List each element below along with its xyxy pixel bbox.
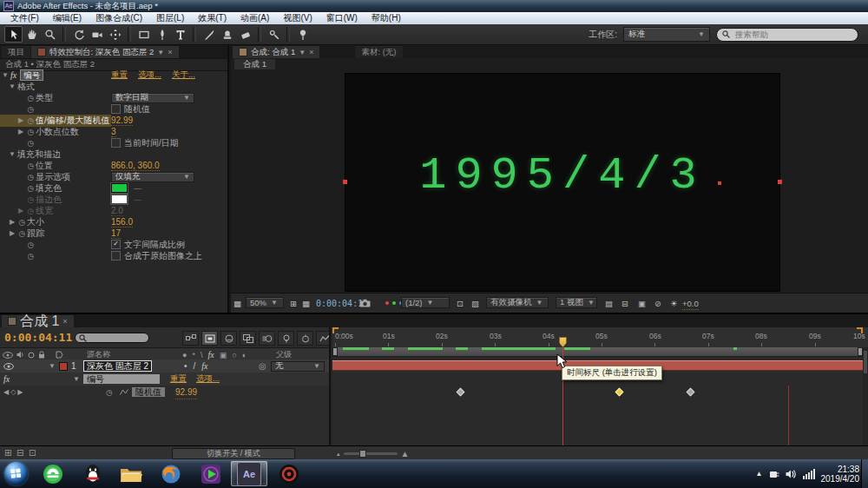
next-keyframe-icon[interactable]: ▶ bbox=[17, 388, 23, 396]
help-search-box[interactable] bbox=[716, 28, 858, 42]
close-icon[interactable]: × bbox=[309, 48, 313, 56]
tab-effect-controls[interactable]: 特效控制台: 深灰色 固态层 2 ▼ × bbox=[31, 46, 179, 58]
proportional-checkbox[interactable]: ✓ bbox=[111, 240, 121, 249]
zoom-in-icon[interactable]: ▲ bbox=[401, 449, 410, 458]
zoom-out-icon[interactable]: ▴ bbox=[337, 451, 340, 458]
stopwatch-icon[interactable]: ◷ bbox=[26, 173, 36, 181]
expand-icon[interactable]: ▶ bbox=[16, 116, 26, 124]
stopwatch-icon[interactable]: ◷ bbox=[26, 241, 36, 249]
motion-blur-icon[interactable] bbox=[259, 331, 275, 346]
taskbar-qq[interactable] bbox=[75, 461, 111, 486]
row-value-offset[interactable]: ▶◷值/偏移/最大随机值 92.99 bbox=[0, 115, 227, 126]
expand-inout-panes-icon[interactable]: ⊡ bbox=[29, 446, 36, 459]
stopwatch-icon[interactable]: ◷ bbox=[26, 94, 36, 102]
type-dropdown[interactable]: 数字日期▼ bbox=[111, 93, 194, 103]
zoom-tool[interactable] bbox=[41, 26, 59, 43]
zoom-slider-track[interactable] bbox=[344, 452, 398, 455]
value-offset-value[interactable]: 92.99 bbox=[111, 115, 133, 126]
options-link[interactable]: 选项... bbox=[138, 69, 161, 81]
frame-blend-icon[interactable] bbox=[240, 331, 256, 346]
type-tool[interactable] bbox=[171, 26, 189, 43]
menu-layer[interactable]: 图层(L) bbox=[149, 12, 191, 24]
brainstorm-icon[interactable] bbox=[278, 331, 294, 346]
stopwatch-icon[interactable]: ◷ bbox=[106, 386, 115, 399]
rotation-tool[interactable] bbox=[69, 26, 88, 43]
menu-help[interactable]: 帮助(H) bbox=[365, 12, 408, 24]
current-time-checkbox[interactable] bbox=[111, 138, 121, 148]
menu-file[interactable]: 文件(F) bbox=[3, 12, 46, 24]
pan-behind-tool[interactable] bbox=[106, 26, 124, 43]
size-value[interactable]: 156.0 bbox=[111, 217, 133, 228]
taskbar-firefox[interactable] bbox=[153, 461, 189, 486]
work-area-bar[interactable] bbox=[332, 347, 863, 357]
tracking-value[interactable]: 17 bbox=[111, 228, 121, 239]
shy-layers-icon[interactable] bbox=[220, 331, 237, 346]
stopwatch-icon[interactable]: ◷ bbox=[26, 139, 36, 148]
start-button[interactable] bbox=[4, 462, 28, 485]
timeline-vscrollbar[interactable] bbox=[863, 347, 868, 446]
work-area-start-marker[interactable] bbox=[332, 327, 339, 333]
prev-keyframe-icon[interactable]: ◀ bbox=[3, 388, 9, 396]
transparency-grid-icon[interactable]: ▨ bbox=[471, 297, 479, 309]
timeline-search-box[interactable] bbox=[75, 333, 149, 343]
safe-frames-icon[interactable]: ⊞ bbox=[290, 297, 297, 309]
stopwatch-icon[interactable]: ◷ bbox=[26, 184, 36, 193]
workspace-dropdown[interactable]: 标准 ▼ bbox=[623, 27, 710, 42]
chevron-down-icon[interactable]: ▼ bbox=[299, 49, 306, 56]
camera-tool[interactable] bbox=[88, 26, 106, 43]
taskbar-after-effects[interactable]: Ae bbox=[231, 461, 267, 486]
grid-guides-icon[interactable]: ▦ bbox=[302, 297, 310, 309]
menu-effect[interactable]: 效果(T) bbox=[191, 12, 233, 24]
pen-tool[interactable] bbox=[153, 26, 171, 43]
layer-name-edit[interactable]: 深灰色 固态层 2 bbox=[83, 359, 152, 373]
about-link[interactable]: 关于... bbox=[172, 69, 195, 81]
current-time-display[interactable]: 0:00:04:11 bbox=[4, 331, 72, 344]
pickwhip-icon[interactable]: ◎ bbox=[259, 359, 266, 373]
taskbar-potplayer[interactable] bbox=[193, 461, 229, 486]
tab-composition[interactable]: 合成: 合成 1 ▼ × bbox=[233, 46, 319, 58]
stopwatch-icon[interactable]: ◷ bbox=[17, 218, 27, 227]
timeline-tab-comp1[interactable]: 合成 1 × bbox=[2, 315, 74, 327]
window-titlebar[interactable]: Ae Adobe After Effects - 未命名项目.aep * bbox=[0, 0, 868, 12]
fast-preview-icon[interactable]: ⊟ bbox=[621, 297, 628, 309]
audio-icon[interactable] bbox=[16, 351, 24, 359]
hand-tool[interactable] bbox=[23, 26, 41, 43]
comp-viewport[interactable]: 1995/4/3 bbox=[231, 69, 868, 293]
property-row[interactable]: ◀ ◇ ▶ ◷ 随机值 92.99 bbox=[0, 386, 329, 399]
stopwatch-icon[interactable]: ◷ bbox=[26, 128, 36, 136]
expand-icon[interactable]: ▶ bbox=[7, 229, 17, 237]
comp-miniflow-icon[interactable] bbox=[182, 331, 199, 346]
draft-3d-icon[interactable] bbox=[201, 331, 218, 346]
volume-icon[interactable] bbox=[786, 469, 797, 479]
timeline-reset-link[interactable]: 重置 bbox=[170, 373, 187, 386]
help-search-input[interactable] bbox=[733, 29, 852, 40]
roto-brush-tool[interactable] bbox=[265, 26, 283, 43]
taskbar-explorer[interactable] bbox=[113, 461, 149, 486]
pixel-aspect-icon[interactable]: ▤ bbox=[605, 297, 613, 309]
exposure-value[interactable]: +0.0 bbox=[682, 297, 699, 310]
eye-icon[interactable] bbox=[3, 359, 14, 373]
fill-color-swatch[interactable] bbox=[111, 183, 128, 193]
puppet-pin-tool[interactable] bbox=[293, 26, 312, 43]
region-of-interest-icon[interactable]: ⊡ bbox=[457, 297, 464, 309]
time-ruler[interactable]: 0:00s 01s 02s 03s 04s 05s 06s 07s 08s 09… bbox=[332, 327, 868, 348]
selection-tool[interactable] bbox=[4, 26, 23, 43]
stopwatch-icon[interactable]: ◷ bbox=[26, 105, 36, 114]
add-keyframe-icon[interactable]: ◇ bbox=[10, 388, 16, 396]
group-format[interactable]: ▼格式 bbox=[0, 81, 227, 92]
layer-row[interactable]: ▼ 1 深灰色 固态层 2 • / fx ◎ 无▼ bbox=[0, 359, 329, 373]
solo-icon[interactable] bbox=[28, 352, 35, 359]
layer-switches[interactable]: • / fx bbox=[184, 359, 208, 373]
stopwatch-icon[interactable]: ◷ bbox=[17, 229, 27, 238]
subtab-comp1[interactable]: 合成 1 bbox=[234, 59, 275, 69]
tab-footage[interactable]: 素材: (无) bbox=[355, 46, 402, 58]
composite-checkbox[interactable] bbox=[111, 251, 121, 260]
display-options-dropdown[interactable]: 仅填充▼ bbox=[111, 172, 194, 182]
layer-expand-icon[interactable]: ▼ bbox=[49, 359, 56, 373]
keyframe[interactable] bbox=[457, 388, 465, 397]
taskbar-recorder[interactable] bbox=[271, 461, 307, 486]
flowchart-icon[interactable]: ⊘ bbox=[654, 297, 661, 309]
power-plug-icon[interactable] bbox=[769, 469, 779, 479]
stopwatch-icon[interactable]: ◷ bbox=[26, 162, 36, 170]
keyframe-selected[interactable] bbox=[615, 388, 624, 397]
